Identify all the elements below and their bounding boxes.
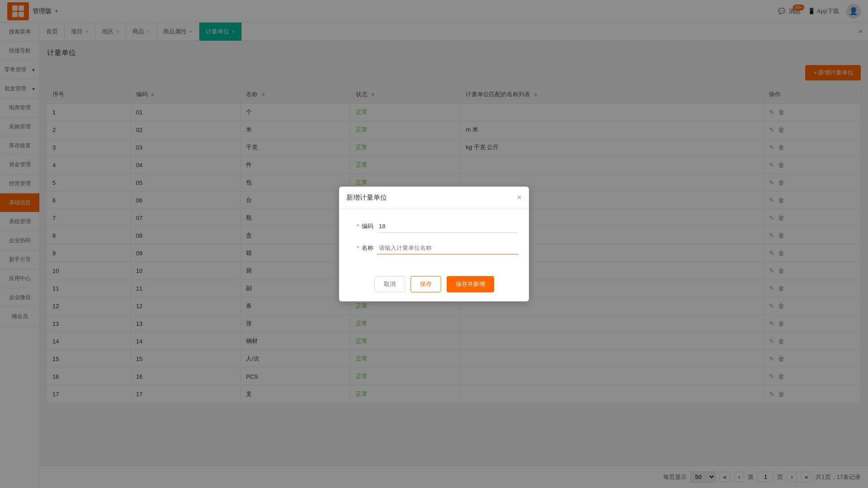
save-and-new-button[interactable]: 保存并新增 [447, 276, 494, 292]
name-label-text: 名称 [362, 244, 373, 251]
save-button[interactable]: 保存 [410, 276, 441, 292]
modal-title: 新增计量单位 [346, 193, 387, 202]
modal-header: 新增计量单位 × [339, 187, 529, 209]
code-required-mark: * [357, 223, 359, 230]
code-form-item: * 编码 [350, 220, 518, 233]
name-required-mark: * [357, 244, 359, 251]
modal-overlay[interactable]: 新增计量单位 × * 编码 * 名称 取消 保存 保存并新增 [0, 0, 868, 488]
cancel-button[interactable]: 取消 [374, 276, 405, 292]
name-form-label: * 名称 [350, 244, 377, 252]
modal-footer: 取消 保存 保存并新增 [339, 271, 529, 301]
modal-body: * 编码 * 名称 [339, 209, 529, 271]
code-label-text: 编码 [362, 223, 373, 230]
name-input[interactable] [377, 242, 518, 254]
add-unit-modal: 新增计量单位 × * 编码 * 名称 取消 保存 保存并新增 [339, 187, 529, 301]
code-input[interactable] [377, 220, 518, 233]
modal-close-button[interactable]: × [517, 193, 522, 202]
name-form-item: * 名称 [350, 242, 518, 254]
code-form-label: * 编码 [350, 222, 377, 230]
